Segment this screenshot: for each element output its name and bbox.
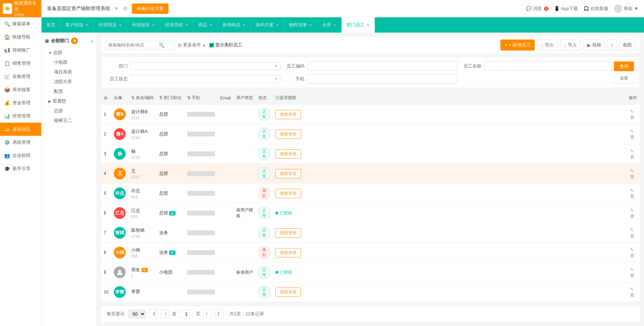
view-button[interactable]: ▶ 视频 — [583, 39, 605, 51]
auth-button[interactable]: 授权登录 — [275, 110, 301, 119]
auth-button[interactable]: 授权登录 — [275, 228, 301, 238]
dept-child-xiaodian[interactable]: 小电部 — [42, 58, 97, 67]
show-resigned-wrap[interactable]: 显示离职员工 — [209, 42, 242, 48]
dept-select[interactable]: ▾ — [130, 62, 280, 70]
edit-btn[interactable]: ✎ — [629, 267, 635, 272]
sidebar-item-marketing[interactable]: 📢 营销推广 — [0, 44, 41, 57]
title-dropdown-arrow[interactable]: ▼ — [114, 6, 119, 11]
col-phone[interactable]: ⇅ 手机 — [184, 91, 218, 105]
dept-child-general[interactable]: 总部 — [42, 106, 97, 116]
prev-page-btn[interactable]: 〈 — [160, 309, 169, 318]
col-settings[interactable]: ⚙ — [101, 91, 111, 105]
next-page-btn[interactable]: 〉 — [203, 309, 212, 318]
edit-btn[interactable]: ✎ — [629, 188, 635, 193]
tab-close-employees[interactable]: ✕ — [366, 23, 370, 27]
tab-close-profit[interactable]: ✕ — [152, 23, 155, 27]
tab-warehouse[interactable]: 仓库✕ — [317, 17, 342, 33]
tab-close-new-goods[interactable]: ✕ — [243, 23, 246, 27]
app-download-btn[interactable]: 📱 App下载 — [554, 6, 578, 12]
tab-close-customer[interactable]: ✕ — [85, 23, 89, 27]
last-page-btn[interactable]: 》 — [215, 309, 224, 318]
more-filter-btn[interactable]: ⊟ 更多条件 ∧ — [178, 42, 206, 48]
search-input-wrap[interactable]: 🔍 — [105, 41, 174, 50]
sidebar-item-operations[interactable]: 📊 经营管理 — [0, 109, 41, 123]
delete-btn[interactable]: 🗑 — [629, 114, 636, 120]
dept-child-project[interactable]: 项目库房 — [42, 67, 97, 77]
auth-button[interactable]: 授权登录 — [275, 149, 301, 159]
tab-new-goods[interactable]: 新增商品✕ — [218, 17, 251, 33]
show-resigned-checkbox[interactable] — [209, 43, 214, 47]
online-service-btn[interactable]: 🎧 在线客服 — [583, 6, 608, 12]
tab-bom[interactable]: 物料清单✕ — [284, 17, 317, 33]
delete-btn[interactable]: 🗑 — [629, 174, 636, 179]
sidebar-item-basic[interactable]: 🗂 基础信息 — [0, 123, 41, 136]
import-button[interactable]: ↓ 导入 — [560, 39, 581, 51]
edit-btn[interactable]: ✎ — [629, 109, 635, 114]
delete-btn[interactable]: 🗑 — [629, 292, 636, 298]
messages-btn[interactable]: 💬 消息 5 — [526, 6, 548, 12]
export-button[interactable]: ↑ 导出 — [537, 39, 558, 51]
tab-customer[interactable]: 客户联络✕ — [61, 17, 94, 33]
reset-button[interactable]: 设置 — [614, 73, 634, 83]
first-page-btn[interactable]: 《 — [148, 309, 157, 318]
trial-button[interactable]: 体验行业方案 — [132, 3, 169, 14]
sidebar-item-quicknav[interactable]: 🏠 快捷导航 — [0, 30, 41, 44]
delete-btn[interactable]: 🗑 — [629, 134, 636, 140]
sidebar-item-search[interactable]: 🔍 搜索菜单 — [0, 17, 41, 30]
auth-button[interactable]: 授权登录 — [275, 248, 301, 257]
status-select[interactable]: ▾ — [130, 75, 280, 83]
tab-home[interactable]: 首页 — [42, 17, 61, 33]
tab-goods[interactable]: 商品✕ — [193, 17, 218, 33]
phone-input[interactable] — [307, 74, 457, 83]
delete-btn[interactable]: 🗑 — [629, 253, 636, 258]
tab-close-barcode[interactable]: ✕ — [276, 23, 279, 27]
dept-child-shenyang[interactable]: 沈阳大库 — [42, 77, 97, 87]
emp-name-input[interactable] — [484, 61, 634, 71]
page-number-input[interactable] — [179, 310, 193, 318]
dept-child-plant[interactable]: 植树王二 — [42, 116, 97, 125]
sidebar-item-sales[interactable]: 📋 销售管理 — [0, 57, 41, 70]
user-menu[interactable]: 用友 ▼ — [614, 5, 638, 13]
edit-btn[interactable]: ✎ — [629, 168, 635, 174]
sidebar-item-system[interactable]: ⚙️ 系统管理 — [0, 136, 41, 149]
dept-group-general-title[interactable]: ▼ 总部 — [42, 48, 97, 58]
per-page-select[interactable]: 50 — [129, 310, 146, 318]
edit-btn[interactable]: ✎ — [629, 148, 635, 154]
tab-close-goods[interactable]: ✕ — [209, 23, 212, 27]
delete-btn[interactable]: 🗑 — [629, 233, 636, 238]
col-dept[interactable]: ⇅ 部门/职位 — [156, 91, 184, 105]
dept-collapse-btn[interactable]: « — [91, 38, 93, 44]
more-button[interactable]: | — [608, 39, 616, 51]
sidebar-item-purchase[interactable]: 🛒 采购管理 — [0, 70, 41, 83]
delete-btn[interactable]: 🗑 — [629, 213, 636, 219]
screenshot-button[interactable]: 截图 — [619, 39, 636, 51]
auth-button[interactable]: 授权登录 — [275, 130, 301, 139]
tab-close-operations[interactable]: ✕ — [119, 23, 122, 27]
col-name-code[interactable]: ⇅ 姓名/编码 — [128, 91, 156, 105]
auth-button[interactable]: 授权登录 — [275, 169, 301, 178]
sidebar-item-inventory[interactable]: 📦 库存核算 — [0, 83, 41, 96]
tab-close-bom[interactable]: ✕ — [309, 23, 312, 27]
auth-button[interactable]: 授权登录 — [275, 288, 301, 297]
settings-icon[interactable]: ⚙ — [123, 5, 128, 12]
edit-btn[interactable]: ✎ — [629, 247, 635, 253]
search-input[interactable] — [108, 43, 157, 47]
dept-child-delivery[interactable]: 配货 — [42, 87, 97, 96]
auth-button[interactable]: 授权登录 — [275, 189, 301, 198]
edit-btn[interactable]: ✎ — [629, 129, 635, 134]
edit-btn[interactable]: ✎ — [629, 287, 635, 292]
delete-btn[interactable]: 🗑 — [629, 193, 636, 199]
edit-btn[interactable]: ✎ — [629, 227, 635, 233]
add-employee-button[interactable]: + + 新增员工 — [500, 39, 535, 51]
dept-edit-btn[interactable]: ✎ — [71, 37, 78, 44]
tab-barcode[interactable]: 条码方案✕ — [251, 17, 284, 33]
query-button[interactable]: 查询 — [614, 62, 634, 71]
dept-group-double[interactable]: ▶ 双鹿想 — [42, 96, 97, 106]
delete-btn[interactable]: 🗑 — [629, 272, 636, 278]
sidebar-item-guide[interactable]: 🎓 新手引导 — [0, 162, 41, 175]
tab-employees[interactable]: 部门员工✕ — [342, 17, 375, 33]
edit-btn[interactable]: ✎ — [629, 208, 635, 213]
tab-close-warehouse[interactable]: ✕ — [333, 23, 336, 27]
tab-profit[interactable]: 利润报告✕ — [127, 17, 160, 33]
tab-close-history[interactable]: ✕ — [185, 23, 188, 27]
